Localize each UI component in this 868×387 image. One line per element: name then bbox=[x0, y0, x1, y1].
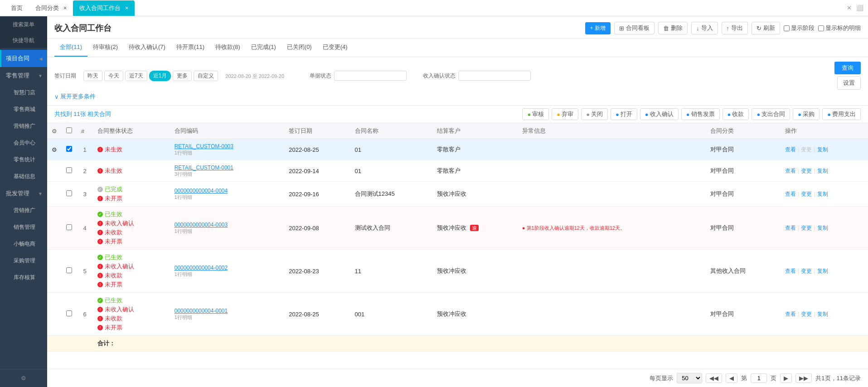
op-change[interactable]: 变更 bbox=[801, 190, 812, 198]
income-confirm-select[interactable] bbox=[458, 71, 531, 81]
close-window-icon[interactable]: ✕ bbox=[847, 5, 852, 11]
close-tab-contract-category[interactable]: × bbox=[63, 5, 67, 11]
sidebar-item-sales-mgmt[interactable]: 销售管理 bbox=[0, 219, 47, 236]
income-confirm-btn[interactable]: ● 收入确认 bbox=[640, 108, 679, 120]
page-input[interactable] bbox=[751, 373, 767, 383]
next-page-btn[interactable]: ▶ bbox=[780, 373, 792, 383]
delete-button[interactable]: 🗑 删除 bbox=[658, 22, 688, 34]
set-button[interactable]: 设置 bbox=[837, 76, 861, 90]
expenditure-btn[interactable]: ● 支出合同 bbox=[752, 108, 790, 120]
sidebar-item-base-info[interactable]: 基础信息 bbox=[0, 168, 47, 185]
sidebar-quick-nav[interactable]: 快捷导航 bbox=[0, 33, 47, 48]
expand-more-conditions[interactable]: ∨ 展开更多条件 bbox=[54, 92, 861, 101]
show-mark-detail-checkbox[interactable] bbox=[818, 25, 824, 31]
row-checkbox[interactable] bbox=[62, 139, 77, 160]
op-copy[interactable]: 复制 bbox=[817, 146, 828, 154]
op-copy[interactable]: 复制 bbox=[817, 310, 828, 318]
show-mark-detail-checkbox-label[interactable]: 显示标的明细 bbox=[818, 24, 861, 32]
row-checkbox[interactable] bbox=[62, 250, 77, 293]
date-btn-custom[interactable]: 自定义 bbox=[194, 71, 218, 81]
row-checkbox[interactable] bbox=[62, 293, 77, 336]
sales-invoice-btn[interactable]: ● 销售发票 bbox=[681, 108, 720, 120]
prev-page-btn[interactable]: ◀ bbox=[726, 373, 737, 383]
op-copy[interactable]: 复制 bbox=[817, 267, 828, 275]
filter-tab-pending-review[interactable]: 待审核(2) bbox=[87, 39, 123, 57]
op-view[interactable]: 查看 bbox=[785, 267, 796, 275]
first-page-btn[interactable]: ◀◀ bbox=[706, 373, 722, 383]
row-settings[interactable] bbox=[47, 182, 62, 207]
row-checkbox[interactable] bbox=[62, 160, 77, 182]
contract-board-button[interactable]: ⊞ 合同看板 bbox=[614, 22, 655, 34]
query-button[interactable]: 查询 bbox=[834, 62, 861, 74]
contract-code-link[interactable]: RETAIL_CUSTOM-0001 bbox=[175, 164, 233, 171]
date-btn-yesterday[interactable]: 昨天 bbox=[83, 71, 102, 81]
row-settings[interactable] bbox=[47, 160, 62, 182]
sidebar-item-retail-stats[interactable]: 零售统计 bbox=[0, 151, 47, 168]
op-change[interactable]: 变更 bbox=[801, 267, 812, 275]
row-checkbox[interactable] bbox=[62, 207, 77, 250]
op-copy[interactable]: 复制 bbox=[817, 190, 828, 198]
expense-btn[interactable]: ● 费用支出 bbox=[822, 108, 861, 120]
op-view[interactable]: 查看 bbox=[785, 310, 796, 318]
contract-code-link[interactable]: 0000000000004-0003 bbox=[175, 222, 228, 228]
import-button[interactable]: ↓ 导入 bbox=[691, 22, 718, 34]
filter-tab-pending-invoice[interactable]: 待开票(11) bbox=[171, 39, 210, 57]
op-view[interactable]: 查看 bbox=[785, 224, 796, 232]
sidebar-item-wholesale-mgmt[interactable]: 批发管理 ▼ bbox=[0, 185, 47, 202]
per-page-select[interactable]: 50 20 100 bbox=[677, 373, 702, 383]
date-btn-last7[interactable]: 近7天 bbox=[125, 71, 147, 81]
last-page-btn[interactable]: ▶▶ bbox=[795, 373, 812, 383]
tab-contract-category[interactable]: 合同分类 × bbox=[29, 0, 73, 16]
op-view[interactable]: 查看 bbox=[785, 190, 796, 198]
op-view[interactable]: 查看 bbox=[785, 146, 796, 154]
op-change[interactable]: 变更 bbox=[801, 310, 812, 318]
tab-home[interactable]: 首页 bbox=[5, 0, 29, 16]
op-change[interactable]: 变更 bbox=[801, 167, 812, 175]
row-settings[interactable] bbox=[47, 207, 62, 250]
abandon-btn[interactable]: ● 弃审 bbox=[552, 108, 578, 120]
row-settings[interactable] bbox=[47, 250, 62, 293]
sidebar-item-retail-mgmt[interactable]: 零售管理 ▼ bbox=[0, 67, 47, 84]
contract-code-link[interactable]: 0000000000004-0001 bbox=[175, 308, 228, 314]
op-change[interactable]: 变更 bbox=[801, 146, 812, 154]
filter-tab-pending-collection[interactable]: 待收款(8) bbox=[210, 39, 246, 57]
collection-btn[interactable]: ● 收款 bbox=[723, 108, 749, 120]
sidebar-item-marketing[interactable]: 营销推广 bbox=[0, 118, 47, 135]
export-button[interactable]: ↑ 导出 bbox=[722, 22, 748, 34]
show-stage-checkbox[interactable] bbox=[784, 25, 790, 31]
contract-code-link[interactable]: RETAIL_CUSTOM-0003 bbox=[175, 143, 233, 150]
review-btn[interactable]: ● 审核 bbox=[522, 108, 549, 120]
sidebar-search[interactable]: 搜索菜单 bbox=[0, 16, 47, 33]
sidebar-item-retail-commerce[interactable]: 零售商城 bbox=[0, 101, 47, 118]
sidebar-item-inventory[interactable]: 库存核算 bbox=[0, 269, 47, 286]
sidebar-item-purchase-mgmt[interactable]: 采购管理 bbox=[0, 252, 47, 269]
contract-code-link[interactable]: 0000000000004-0004 bbox=[175, 188, 228, 194]
close-tab-income-contract[interactable]: × bbox=[125, 5, 129, 11]
select-all-checkbox[interactable] bbox=[66, 127, 72, 133]
date-btn-last1month[interactable]: 近1月 bbox=[149, 71, 171, 81]
row-settings[interactable]: ⚙ bbox=[47, 139, 62, 160]
date-btn-more[interactable]: 更多 bbox=[173, 71, 192, 81]
op-copy[interactable]: 复制 bbox=[817, 224, 828, 232]
col-settings[interactable]: ⚙ bbox=[47, 123, 62, 139]
sidebar-item-xiaochang[interactable]: 小畅电商 bbox=[0, 236, 47, 252]
resize-window-icon[interactable]: ⬜ bbox=[856, 5, 863, 11]
doc-status-select[interactable] bbox=[334, 71, 407, 81]
sidebar-settings[interactable]: ⚙ bbox=[0, 369, 47, 387]
filter-tab-completed[interactable]: 已完成(1) bbox=[246, 39, 281, 57]
print-btn[interactable]: ● 打开 bbox=[611, 108, 637, 120]
new-button[interactable]: + 新增 bbox=[585, 22, 611, 34]
purchase-btn[interactable]: ● 采购 bbox=[793, 108, 820, 120]
contract-code-link[interactable]: 0000000000004-0002 bbox=[175, 265, 228, 271]
row-checkbox[interactable] bbox=[62, 182, 77, 207]
op-view[interactable]: 查看 bbox=[785, 167, 796, 175]
row-settings[interactable] bbox=[47, 293, 62, 336]
filter-tab-changed[interactable]: 已变更(4) bbox=[317, 39, 353, 57]
close-btn[interactable]: ● 关闭 bbox=[581, 108, 608, 120]
col-checkbox[interactable] bbox=[62, 123, 77, 139]
refresh-button[interactable]: ↻ 刷新 bbox=[752, 22, 780, 34]
op-change[interactable]: 变更 bbox=[801, 224, 812, 232]
filter-tab-all[interactable]: 全部(11) bbox=[54, 39, 87, 57]
tab-income-contract[interactable]: 收入合同工作台 × bbox=[73, 0, 135, 16]
sidebar-item-member-center[interactable]: 会员中心 bbox=[0, 135, 47, 151]
